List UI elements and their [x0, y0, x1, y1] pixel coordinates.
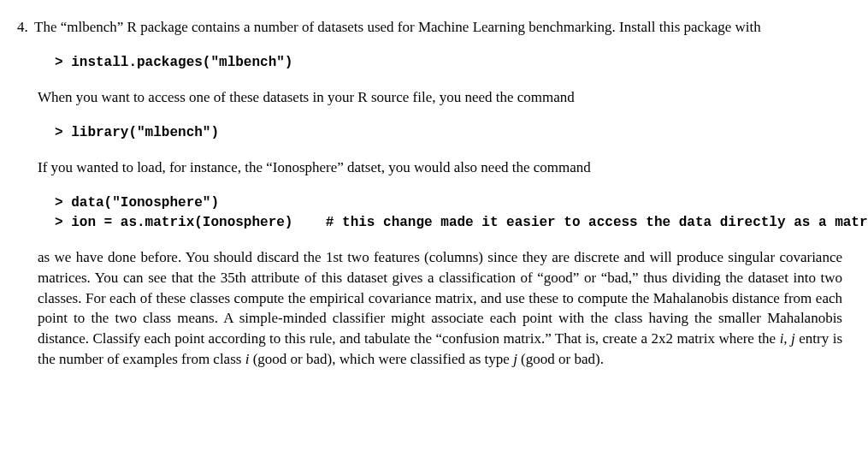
- item-number: 4.: [17, 17, 34, 38]
- paragraph-library: When you want to access one of these dat…: [38, 87, 842, 108]
- main-text-part1: as we have done before. You should disca…: [38, 249, 842, 347]
- paragraph-main: as we have done before. You should disca…: [38, 247, 842, 370]
- main-text-part3: (good or bad), which were classified as …: [249, 351, 513, 367]
- paragraph-load: If you wanted to load, for instance, the…: [38, 157, 842, 178]
- question-intro: 4. The “mlbench” R package contains a nu…: [17, 17, 842, 38]
- intro-text: The “mlbench” R package contains a numbe…: [34, 17, 842, 38]
- var-ij: i, j: [780, 330, 795, 347]
- code-library: > library("mlbench"): [55, 123, 842, 142]
- question-content: > install.packages("mlbench") When you w…: [38, 53, 842, 370]
- main-text-part4: (good or bad).: [517, 351, 604, 367]
- code-install: > install.packages("mlbench"): [55, 53, 842, 72]
- code-data: > data("Ionosphere") > ion = as.matrix(I…: [55, 193, 842, 232]
